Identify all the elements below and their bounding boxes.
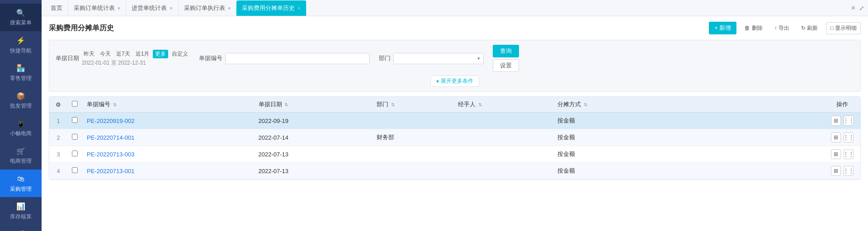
- col-action: 操作: [824, 97, 860, 113]
- row-doc-no: PE-20220714-001: [82, 129, 254, 146]
- date-shortcuts: 昨天 今天 近7天 近1月 更多 自定义: [82, 50, 190, 58]
- doc-no-label: 单据编号: [199, 54, 222, 62]
- tab-home[interactable]: 首页: [45, 0, 68, 16]
- delete-button[interactable]: 🗑 删除: [741, 23, 766, 34]
- sidebar-item-quick-nav[interactable]: ⚡ 快捷导航: [0, 31, 42, 59]
- row-actions: ⊞ ⋮⋮: [824, 129, 860, 146]
- shortcut-7days[interactable]: 近7天: [114, 50, 132, 58]
- sidebar-item-retail[interactable]: 🏪 零售管理: [0, 59, 42, 86]
- row-checkbox[interactable]: [72, 167, 78, 173]
- doc-no-link[interactable]: PE-20220713-001: [87, 168, 135, 174]
- sidebar-item-label: 库存核算: [10, 213, 32, 220]
- tab-inbound-stat[interactable]: 进货单统计表 ×: [126, 0, 178, 16]
- sort-dept-icon[interactable]: ⇅: [391, 102, 395, 107]
- sort-doc-no-icon[interactable]: ⇅: [113, 102, 117, 107]
- tab-close-all-icon[interactable]: ×: [851, 4, 855, 12]
- sidebar: 🔍 搜索菜单 ⚡ 快捷导航 🏪 零售管理 📦 批发管理 📱 小畅电商 🛒 电商管…: [0, 0, 42, 231]
- sidebar-item-ecom[interactable]: 🛒 电商管理: [0, 142, 42, 170]
- ecom-icon: 🛒: [2, 146, 40, 156]
- export-button[interactable]: ↑ 导出: [771, 23, 793, 34]
- column-settings-icon[interactable]: ⚙: [56, 101, 61, 108]
- tab-restore-icon[interactable]: ⤢: [859, 5, 864, 12]
- row-num: 4: [49, 163, 67, 179]
- tab-purchase-exec[interactable]: 采购订单执行表 ×: [179, 0, 236, 16]
- shortcut-today[interactable]: 今天: [98, 50, 113, 58]
- row-split-method: 按金额: [553, 163, 824, 179]
- row-num: 1: [49, 113, 67, 129]
- sidebar-item-miniapp[interactable]: 📱 小畅电商: [0, 114, 42, 142]
- doc-no-input[interactable]: [225, 53, 370, 64]
- view-action-icon[interactable]: ⊞: [831, 149, 841, 159]
- sort-split-method-icon[interactable]: ⇅: [584, 102, 587, 107]
- sort-doc-date-icon[interactable]: ⇅: [284, 102, 288, 107]
- sidebar-item-wholesale[interactable]: 📦 批发管理: [0, 87, 42, 114]
- data-table-container: ⚙ 单据编号 ⇅ 单据日期 ⇅: [49, 96, 861, 180]
- row-actions: ⊞ ⋮⋮: [824, 146, 860, 163]
- shortcut-yesterday[interactable]: 昨天: [82, 50, 96, 58]
- col-handler: 经手人 ⇅: [453, 97, 553, 113]
- sidebar-item-label: 采购管理: [10, 186, 32, 192]
- tab-purchase-stat-close[interactable]: ×: [118, 5, 120, 11]
- view-action-icon[interactable]: ⊞: [831, 166, 841, 176]
- page-title-row: 采购费用分摊单历史 + 新增 🗑 删除 ↑ 导出 ↻ 刷新 □ 显示明细: [49, 22, 861, 34]
- doc-no-link[interactable]: PE-20220714-001: [87, 134, 135, 141]
- sidebar-item-label: 快捷导航: [10, 47, 32, 54]
- expand-conditions-button[interactable]: ▾ 展开更多条件: [430, 75, 479, 87]
- row-doc-no: PE-20220919-002: [82, 113, 254, 129]
- more-action-icon[interactable]: ⋮⋮: [844, 132, 854, 142]
- select-all-checkbox[interactable]: [72, 101, 78, 107]
- search-settings-button[interactable]: 设置: [493, 59, 519, 72]
- row-split-method: 按金额: [553, 113, 824, 129]
- doc-no-link[interactable]: PE-20220919-002: [87, 118, 135, 124]
- col-checkbox: [67, 97, 82, 113]
- col-doc-no: 单据编号 ⇅: [82, 97, 254, 113]
- query-button[interactable]: 查询: [493, 45, 519, 57]
- tab-cost-split[interactable]: 采购费用分摊单历史 ×: [236, 0, 306, 16]
- sidebar-item-label: 批发管理: [10, 103, 32, 109]
- tab-purchase-stat[interactable]: 采购订单统计表 ×: [68, 0, 126, 16]
- expand-down-icon: ▾: [436, 78, 439, 85]
- show-cols-button[interactable]: □ 显示明细: [826, 22, 861, 34]
- date-shortcuts-container: 昨天 今天 近7天 近1月 更多 自定义 2022-01-01 至 2022-1…: [82, 50, 190, 67]
- add-button[interactable]: + 新增: [709, 22, 736, 34]
- tab-bar: 首页 采购订单统计表 × 进货单统计表 × 采购订单执行表 × 采购费用分摊单历…: [42, 0, 868, 16]
- shortcut-more[interactable]: 更多: [153, 50, 168, 58]
- col-doc-no-label: 单据编号: [87, 101, 110, 108]
- row-checkbox[interactable]: [72, 134, 78, 140]
- tab-inbound-stat-label: 进货单统计表: [132, 4, 167, 12]
- more-action-icon[interactable]: ⋮⋮: [844, 116, 854, 126]
- row-checkbox[interactable]: [72, 117, 78, 123]
- more-action-icon[interactable]: ⋮⋮: [844, 166, 854, 176]
- sidebar-item-label: 电商管理: [10, 158, 32, 164]
- date-field: 单据日期 昨天 今天 近7天 近1月 更多 自定义 2022-01-01 至 2…: [56, 50, 190, 67]
- view-action-icon[interactable]: ⊞: [831, 116, 841, 126]
- shortcut-1month[interactable]: 近1月: [134, 50, 151, 58]
- col-settings[interactable]: ⚙: [49, 97, 67, 113]
- tab-inbound-stat-close[interactable]: ×: [170, 5, 172, 11]
- sidebar-item-inventory[interactable]: 📊 库存核算: [0, 197, 42, 225]
- shortcut-custom[interactable]: 自定义: [170, 50, 190, 58]
- tab-purchase-exec-close[interactable]: ×: [228, 5, 231, 11]
- row-dept: 财务部: [372, 129, 453, 146]
- sidebar-item-search[interactable]: 🔍 搜索菜单: [0, 4, 42, 31]
- search-buttons: 查询 设置: [493, 45, 519, 72]
- tab-purchase-stat-label: 采购订单统计表: [74, 4, 115, 12]
- refresh-button[interactable]: ↻ 刷新: [797, 23, 821, 34]
- tab-cost-split-close[interactable]: ×: [297, 5, 300, 11]
- doc-no-field: 单据编号: [199, 53, 370, 64]
- sort-handler-icon[interactable]: ⇅: [478, 102, 482, 107]
- sidebar-item-label: 搜索菜单: [10, 19, 32, 26]
- row-checkbox[interactable]: [72, 151, 78, 156]
- sidebar-item-purchase[interactable]: 🛍 采购管理: [0, 170, 42, 197]
- dept-select[interactable]: [393, 53, 484, 64]
- sidebar-item-finance[interactable]: 💰 资金管理: [0, 225, 42, 231]
- more-action-icon[interactable]: ⋮⋮: [844, 149, 854, 159]
- expand-row: ▾ 展开更多条件: [56, 75, 854, 87]
- row-doc-date: 2022-09-19: [254, 113, 373, 129]
- row-num: 3: [49, 146, 67, 163]
- page-content: 采购费用分摊单历史 + 新增 🗑 删除 ↑ 导出 ↻ 刷新 □ 显示明细 单据日…: [42, 16, 868, 231]
- view-action-icon[interactable]: ⊞: [831, 132, 841, 142]
- sidebar-item-label: 零售管理: [10, 75, 32, 81]
- doc-no-link[interactable]: PE-20220713-003: [87, 151, 135, 158]
- data-table: ⚙ 单据编号 ⇅ 单据日期 ⇅: [49, 97, 860, 179]
